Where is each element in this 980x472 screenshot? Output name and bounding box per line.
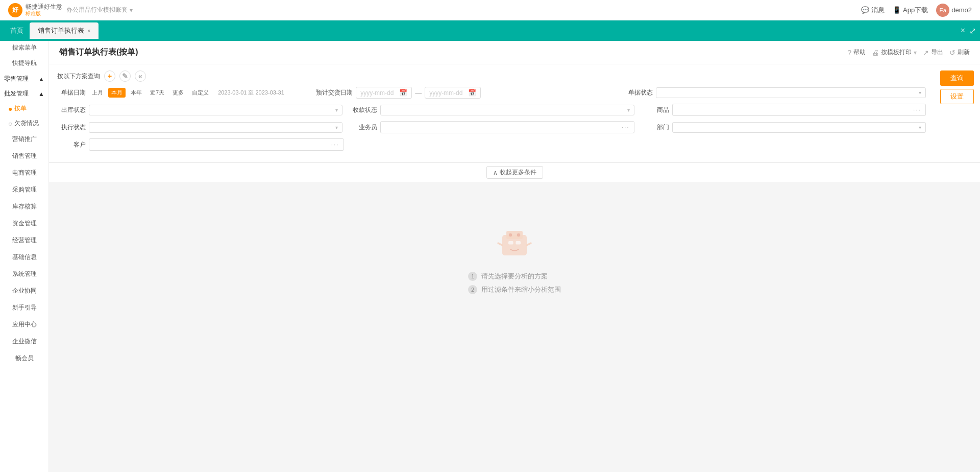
- sidebar-item-wholesale[interactable]: 批发管理 ▲: [0, 86, 48, 101]
- sidebar-sub-item-order[interactable]: ● 按单: [0, 101, 48, 116]
- export-button[interactable]: ↗ 导出: [923, 48, 943, 57]
- export-icon: ↗: [923, 49, 929, 57]
- svg-point-2: [509, 233, 512, 237]
- date-range-text: 2023-03-01 至 2023-03-31: [218, 89, 310, 97]
- doc-status-dropdown-icon: ▾: [919, 90, 921, 96]
- date-btn-last-month[interactable]: 上月: [89, 88, 106, 98]
- print-button[interactable]: 🖨 按模板打印 ▾: [872, 48, 917, 57]
- delivery-label: 出库状态: [57, 106, 86, 114]
- scheme-add-button[interactable]: +: [104, 70, 115, 82]
- goods-group: 商品 ···: [641, 104, 926, 116]
- collect-select[interactable]: ▾: [380, 105, 634, 115]
- sidebar-item-retail[interactable]: 零售管理 ▲: [0, 72, 48, 86]
- empty-illustration: [494, 223, 535, 264]
- delivery-dropdown-icon: ▾: [335, 107, 338, 113]
- settings-button[interactable]: 设置: [940, 89, 974, 104]
- tab-home[interactable]: 首页: [4, 22, 30, 39]
- page-header-actions: ? 帮助 🖨 按模板打印 ▾ ↗ 导出 ↺ 刷新: [847, 48, 970, 63]
- logo-text: 畅捷通好生意 标准版: [26, 3, 62, 16]
- scheme-bar: 按以下方案查询 + ✎ «: [57, 70, 926, 82]
- tab-close-icon[interactable]: ×: [87, 28, 90, 34]
- filter-row-3: 执行状态 ▾ 业务员 ··· 部门: [57, 121, 926, 133]
- sidebar-item-inventory[interactable]: 库存核算: [0, 198, 48, 215]
- doc-status-select[interactable]: ▾: [656, 87, 926, 98]
- delivery-select[interactable]: ▾: [89, 105, 342, 115]
- page-header: 销售订单执行表(按单) ? 帮助 🖨 按模板打印 ▾ ↗ 导出 ↺ 刷新: [49, 41, 980, 64]
- date-quick-buttons: 上月 本月 本年 近7天 更多 自定义: [89, 88, 212, 98]
- sidebar-item-appstore[interactable]: 应用中心: [0, 316, 48, 333]
- svg-line-7: [527, 243, 531, 245]
- query-button[interactable]: 查询: [940, 70, 974, 86]
- sidebar-item-member[interactable]: 畅会员: [0, 350, 48, 367]
- sidebar-item-operation[interactable]: 经营管理: [0, 232, 48, 249]
- tab-close-window-btn[interactable]: ×: [961, 26, 965, 35]
- collect-group: 收款状态 ▾: [349, 105, 634, 115]
- sidebar-item-finance[interactable]: 资金管理: [0, 215, 48, 232]
- message-button[interactable]: 💬 消息: [861, 6, 885, 15]
- svg-line-6: [498, 243, 502, 245]
- top-bar: 好 畅捷通好生意 标准版 办公用品行业模拟账套 ▾ 💬 消息 📱 App下载 E…: [0, 0, 980, 20]
- execute-select[interactable]: ▾: [89, 122, 342, 133]
- scheme-collapse-button[interactable]: «: [135, 70, 146, 82]
- date-label: 单据日期: [57, 88, 86, 97]
- goods-dots-icon: ···: [913, 106, 921, 113]
- scheme-edit-button[interactable]: ✎: [119, 70, 131, 82]
- content-area: 销售订单执行表(按单) ? 帮助 🖨 按模板打印 ▾ ↗ 导出 ↺ 刷新: [49, 41, 980, 472]
- execute-group: 执行状态 ▾: [57, 122, 342, 133]
- empty-tip-2: 2 用过滤条件来缩小分析范围: [468, 285, 561, 294]
- customer-group: 客户 ···: [57, 138, 344, 151]
- logo-icon: 好: [8, 3, 22, 17]
- sidebar-item-quick-nav[interactable]: 快捷导航: [0, 55, 48, 72]
- predicted-date-to[interactable]: yyyy-mm-dd 📅: [425, 87, 481, 99]
- dept-select[interactable]: ▾: [672, 122, 926, 133]
- user-profile[interactable]: Ea demo2: [936, 4, 972, 17]
- goods-select[interactable]: ···: [672, 104, 926, 116]
- predicted-date-from[interactable]: yyyy-mm-dd 📅: [356, 87, 412, 99]
- doc-status-group: 单据状态 ▾: [624, 87, 926, 98]
- customer-select[interactable]: ···: [89, 138, 344, 151]
- sidebar-sub-item-debt[interactable]: ○ 欠货情况: [0, 116, 48, 131]
- sidebar-item-basic[interactable]: 基础信息: [0, 249, 48, 266]
- sidebar-item-wechat[interactable]: 企业微信: [0, 333, 48, 350]
- sidebar-item-purchase[interactable]: 采购管理: [0, 181, 48, 198]
- refresh-button[interactable]: ↺ 刷新: [949, 48, 970, 57]
- tab-bar-actions: × ⤢: [961, 26, 980, 36]
- dept-label: 部门: [641, 123, 669, 132]
- filter-row-2: 出库状态 ▾ 收款状态 ▾ 商品: [57, 104, 926, 116]
- date-btn-more[interactable]: 更多: [169, 88, 187, 98]
- sidebar: 搜索菜单 快捷导航 零售管理 ▲ 批发管理 ▲ ● 按单 ○ 欠货情况 营销推广…: [0, 41, 49, 472]
- empty-state: 1 请先选择要分析的方案 2 用过滤条件来缩小分析范围: [49, 182, 980, 335]
- sidebar-item-sales[interactable]: 销售管理: [0, 148, 48, 164]
- tab-maximize-btn[interactable]: ⤢: [969, 26, 976, 36]
- app-download-button[interactable]: 📱 App下载: [893, 6, 928, 15]
- sidebar-item-marketing[interactable]: 营销推广: [0, 131, 48, 148]
- top-bar-right: 💬 消息 📱 App下载 Ea demo2: [861, 4, 972, 17]
- date-btn-custom[interactable]: 自定义: [189, 88, 212, 98]
- breadcrumb-arrow-icon[interactable]: ▾: [130, 7, 133, 14]
- salesperson-select[interactable]: ···: [380, 121, 634, 133]
- salesperson-dots-icon: ···: [622, 124, 630, 131]
- date-btn-7days[interactable]: 近7天: [147, 88, 167, 98]
- sidebar-search-button[interactable]: 搜索菜单: [0, 41, 48, 55]
- sidebar-item-corp[interactable]: 企业协同: [0, 282, 48, 299]
- calendar-to-icon: 📅: [468, 89, 476, 97]
- date-btn-this-month[interactable]: 本月: [108, 88, 126, 98]
- sidebar-item-system[interactable]: 系统管理: [0, 266, 48, 282]
- collect-label: 收款状态: [349, 106, 377, 114]
- help-button[interactable]: ? 帮助: [847, 48, 866, 57]
- calendar-from-icon: 📅: [399, 89, 407, 97]
- tip-2-text: 用过滤条件来缩小分析范围: [481, 285, 561, 294]
- tab-sales-order[interactable]: 销售订单执行表 ×: [30, 22, 99, 39]
- tab-bar: 首页 销售订单执行表 × × ⤢: [0, 20, 980, 41]
- sidebar-item-ecom[interactable]: 电商管理: [0, 164, 48, 181]
- date-filter-group: 单据日期 上月 本月 本年 近7天 更多 自定义: [57, 88, 212, 98]
- date-btn-this-year[interactable]: 本年: [128, 88, 145, 98]
- dept-group: 部门 ▾: [641, 122, 926, 133]
- main-layout: 搜索菜单 快捷导航 零售管理 ▲ 批发管理 ▲ ● 按单 ○ 欠货情况 营销推广…: [0, 41, 980, 472]
- print-dropdown-icon: ▾: [914, 49, 917, 56]
- collapse-conditions-button[interactable]: ∧ 收起更多条件: [486, 166, 543, 179]
- salesperson-label: 业务员: [349, 123, 377, 132]
- sidebar-item-newbie[interactable]: 新手引导: [0, 299, 48, 316]
- print-icon: 🖨: [872, 49, 879, 57]
- sub-debt-dot: ○: [8, 120, 12, 128]
